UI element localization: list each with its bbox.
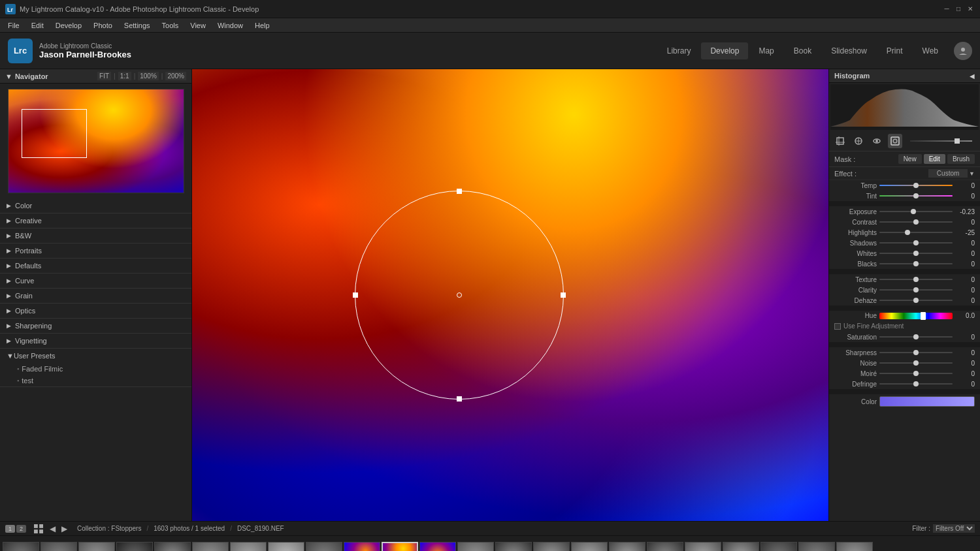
menu-photo[interactable]: Photo [88,20,118,31]
saturation-slider[interactable] [879,333,953,341]
film-thumb-21[interactable] [760,542,797,552]
close-button[interactable]: ✕ [966,5,975,14]
preset-section-grain-header[interactable]: ▶ Grain [0,289,191,303]
texture-thumb[interactable] [913,277,919,282]
profile-icon[interactable] [954,42,972,60]
navigator-toggle[interactable]: ▼ [5,72,12,80]
film-thumb-11[interactable] [382,542,418,552]
mask-handle-right[interactable] [561,292,566,298]
sharpness-slider[interactable] [879,349,953,356]
film-thumb-10[interactable] [344,542,380,552]
tab-book[interactable]: Book [785,42,821,59]
defringe-slider[interactable] [879,380,953,388]
preset-section-curve-header[interactable]: ▶ Curve [0,274,191,288]
preset-test[interactable]: ▪ test [0,375,191,386]
minimize-button[interactable]: ─ [942,5,951,14]
exposure-thumb[interactable] [911,209,916,214]
blacks-thumb[interactable] [913,261,919,266]
preset-section-vignetting-header[interactable]: ▶ Vignetting [0,334,191,348]
film-thumb-3[interactable] [78,542,115,552]
healing-tool[interactable] [851,134,866,148]
page-badge-1[interactable]: 1 [5,525,15,533]
user-presets-header[interactable]: ▼ User Presets [0,349,191,363]
blacks-slider[interactable] [879,260,953,268]
film-thumb-13[interactable] [457,542,494,552]
next-photo-button[interactable]: ▶ [59,524,69,534]
film-thumb-14[interactable] [495,542,532,552]
saturation-thumb[interactable] [913,334,919,339]
page-badge-2[interactable]: 2 [16,525,26,533]
noise-thumb[interactable] [913,360,919,366]
menu-window[interactable]: Window [212,20,248,31]
film-thumb-9[interactable] [306,542,342,552]
exposure-slider[interactable] [879,208,953,215]
shadows-thumb[interactable] [913,240,919,245]
highlights-thumb[interactable] [905,230,910,235]
tool-opacity-slider[interactable] [910,140,972,142]
film-thumb-16[interactable] [571,542,608,552]
preset-section-optics-header[interactable]: ▶ Optics [0,304,191,318]
contrast-thumb[interactable] [913,219,919,225]
preset-section-bw-header[interactable]: ▶ B&W [0,228,191,243]
film-thumb-20[interactable] [723,542,759,552]
filter-select[interactable]: Filters Off [933,524,975,533]
photo-area[interactable] [192,69,828,521]
defringe-thumb[interactable] [913,381,919,386]
tab-map[interactable]: Map [749,42,783,59]
film-thumb-2[interactable] [41,542,77,552]
film-thumb-1[interactable] [3,542,39,552]
moire-slider[interactable] [879,370,953,377]
hue-thumb[interactable] [921,312,926,320]
film-thumb-12[interactable] [419,542,456,552]
zoom-100[interactable]: 100% [138,72,159,80]
mask-handle-left[interactable] [353,292,358,298]
contrast-slider[interactable] [879,218,953,226]
tab-slideshow[interactable]: Slideshow [822,42,876,59]
film-thumb-8[interactable] [268,542,304,552]
tab-develop[interactable]: Develop [701,42,748,59]
film-thumb-18[interactable] [647,542,683,552]
clarity-thumb[interactable] [913,287,919,292]
dehaze-slider[interactable] [879,296,953,304]
masking-tool[interactable] [888,134,902,148]
radial-mask-overlay[interactable] [355,191,564,400]
zoom-1to1[interactable]: 1:1 [118,72,131,80]
zoom-200[interactable]: 200% [165,72,186,80]
color-swatch[interactable] [879,396,975,407]
zoom-fit[interactable]: FIT [97,72,111,80]
effect-dropdown-arrow[interactable]: ▼ [969,170,975,177]
menu-settings[interactable]: Settings [119,20,155,31]
mask-center[interactable] [457,292,462,298]
grid-view-button[interactable] [31,522,46,536]
preset-section-portraits-header[interactable]: ▶ Portraits [0,244,191,258]
mask-handle-bottom[interactable] [457,396,462,401]
whites-thumb[interactable] [913,251,919,256]
film-thumb-22[interactable] [798,542,835,552]
fine-adjustment-checkbox[interactable] [834,323,841,330]
tint-thumb[interactable] [913,193,919,198]
maximize-button[interactable]: □ [954,5,963,14]
dehaze-thumb[interactable] [913,298,919,303]
film-thumb-17[interactable] [609,542,645,552]
film-thumb-5[interactable] [154,542,191,552]
preset-section-creative-header[interactable]: ▶ Creative [0,213,191,228]
effect-value-select[interactable]: Custom [928,169,968,178]
temp-slider[interactable] [879,181,953,189]
preset-section-color-header[interactable]: ▶ Color [0,198,191,213]
crop-tool[interactable] [833,134,847,148]
moire-thumb[interactable] [913,371,919,376]
tool-slider-thumb[interactable] [955,138,960,144]
film-thumb-7[interactable] [230,542,267,552]
highlights-slider[interactable] [879,228,953,236]
preset-faded-filmic[interactable]: ▪ Faded Filmic [0,363,191,375]
menu-help[interactable]: Help [250,20,275,31]
clarity-slider[interactable] [879,286,953,294]
preset-section-defaults-header[interactable]: ▶ Defaults [0,259,191,273]
tab-library[interactable]: Library [658,42,700,59]
mask-edit-button[interactable]: Edit [924,154,945,164]
preset-section-sharpening-header[interactable]: ▶ Sharpening [0,319,191,333]
film-thumb-6[interactable] [192,542,229,552]
menu-file[interactable]: File [3,20,25,31]
film-thumb-15[interactable] [533,542,570,552]
menu-develop[interactable]: Develop [50,20,87,31]
